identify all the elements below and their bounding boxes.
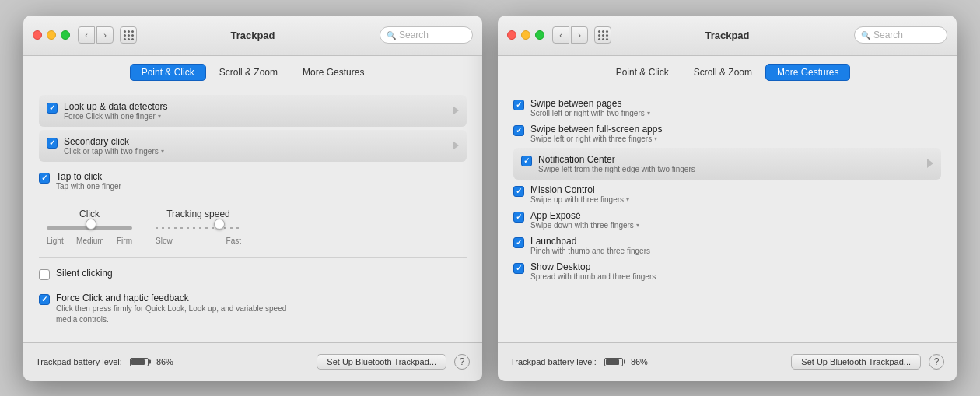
right-bt-button[interactable]: Set Up Bluetooth Trackpad... [791,354,921,370]
left-label-silent-clicking: Silent clicking [56,268,113,279]
right-setting-swipe-pages: Swipe between pages Scroll left or right… [513,95,941,121]
left-close-button[interactable] [33,30,42,40]
right-checkbox-mission-control[interactable] [513,186,524,197]
left-battery-fill [131,359,145,365]
left-setting-tap-to-click: Tap to click Tap with one finger [39,165,467,197]
left-search-placeholder: Search [399,30,429,40]
left-battery-percent: 86% [156,357,173,366]
right-setting-mission-control: Mission Control Swipe up with three fing… [513,181,941,207]
left-help-button[interactable]: ? [454,354,470,370]
left-tracking-slider-group: Tracking speed Slow Fast [156,209,241,245]
left-forward-button[interactable]: › [96,26,114,44]
right-search-icon: 🔍 [861,31,870,40]
right-battery-percent: 86% [631,357,648,366]
left-battery-label: Trackpad battery level: [36,357,122,366]
right-setting-swipe-fullscreen: Swipe between full-screen apps Swipe lef… [513,121,941,146]
right-label-app-expose: App Exposé [530,210,639,221]
left-tab-point-click[interactable]: Point & Click [130,64,206,81]
right-sub-show-desktop: Spread with thumb and three fingers [530,272,656,281]
left-search-box[interactable]: 🔍 Search [380,26,473,44]
right-checkbox-swipe-fullscreen[interactable] [513,125,524,136]
left-bottombar: Trackpad battery level: 86% Set Up Bluet… [23,342,482,381]
right-tabbar: Point & Click Scroll & Zoom More Gesture… [498,56,957,87]
left-setting-force-click: Force Click and haptic feedback Click th… [39,286,467,331]
right-search-box[interactable]: 🔍 Search [854,26,947,44]
left-checkbox-secondary-click[interactable] [47,138,58,149]
right-checkbox-app-expose[interactable] [513,212,524,223]
right-tab-more-gestures[interactable]: More Gestures [765,64,850,81]
left-dropdown-look-up[interactable]: ▾ [158,113,161,120]
left-tracking-thumb[interactable] [214,219,225,230]
right-back-button[interactable]: ‹ [552,26,569,44]
right-setting-notification: Notification Center Swipe left from the … [513,148,941,180]
left-checkbox-tap-to-click[interactable] [39,173,50,184]
right-sub-mission-control: Swipe up with three fingers ▾ [530,195,629,204]
right-traffic-lights [507,30,544,40]
right-sub-notification: Swipe left from the right edge with two … [538,165,695,173]
right-dropdown-swipe-fullscreen[interactable]: ▾ [654,135,657,142]
right-battery-fill [606,359,619,365]
right-checkbox-swipe-pages[interactable] [513,100,524,110]
right-maximize-button[interactable] [535,30,544,40]
right-sub-swipe-pages: Scroll left or right with two fingers ▾ [530,109,650,117]
right-window: ‹ › Trackpad 🔍 Search Point & Click Scro… [498,16,957,381]
left-tab-scroll-zoom[interactable]: Scroll & Zoom [208,64,289,81]
left-label-secondary-click: Secondary click [64,136,164,147]
right-dropdown-app-expose[interactable]: ▾ [636,222,639,229]
left-click-slider[interactable] [47,223,132,233]
left-checkbox-force-click[interactable] [39,294,50,305]
right-tab-point-click[interactable]: Point & Click [604,64,681,81]
right-battery-body [604,358,623,366]
right-battery-label: Trackpad battery level: [510,357,597,366]
right-checkbox-notification[interactable] [521,156,532,166]
left-traffic-lights [33,30,70,40]
left-tracking-slider-label: Tracking speed [166,209,230,219]
left-setting-look-up: Look up & data detectors Force Click wit… [39,95,467,127]
left-bt-button[interactable]: Set Up Bluetooth Trackpad... [317,354,446,370]
left-checkbox-look-up[interactable] [47,103,58,114]
left-sub-look-up: Force Click with one finger ▾ [64,112,167,121]
right-sub-app-expose: Swipe down with three fingers ▾ [530,221,639,230]
right-grid-button[interactable] [594,26,611,44]
left-battery-body [130,358,149,366]
left-click-slider-label: Click [79,209,100,219]
right-tab-scroll-zoom[interactable]: Scroll & Zoom [682,64,764,81]
right-sub-launchpad: Pinch with thumb and three fingers [530,247,650,255]
left-tracking-slider-labels: Slow Fast [156,237,241,245]
left-window: ‹ › Trackpad 🔍 Search Point & Click Scro… [23,16,482,381]
right-help-button[interactable]: ? [929,354,944,370]
left-tabbar: Point & Click Scroll & Zoom More Gesture… [23,56,482,87]
right-dropdown-mission-control[interactable]: ▾ [626,196,629,203]
right-titlebar: ‹ › Trackpad 🔍 Search [498,16,957,56]
right-label-notification: Notification Center [538,154,695,165]
left-sub-force-click: Click then press firmly for Quick Look, … [56,303,289,325]
right-nav-buttons: ‹ › [552,26,588,44]
left-label-look-up: Look up & data detectors [64,101,167,112]
right-forward-button[interactable]: › [571,26,588,44]
left-checkbox-silent-clicking[interactable] [39,269,50,280]
right-minimize-button[interactable] [521,30,530,40]
right-setting-show-desktop: Show Desktop Spread with thumb and three… [513,258,941,284]
right-close-button[interactable] [507,30,516,40]
right-window-title: Trackpad [705,30,749,41]
left-tab-more-gestures[interactable]: More Gestures [291,64,376,81]
left-nav-buttons: ‹ › [78,26,114,44]
right-search-placeholder: Search [873,30,903,40]
left-back-button[interactable]: ‹ [78,26,95,44]
right-setting-launchpad: Launchpad Pinch with thumb and three fin… [513,233,941,258]
right-checkbox-show-desktop[interactable] [513,263,524,274]
right-dropdown-swipe-pages[interactable]: ▾ [647,110,650,117]
left-titlebar: ‹ › Trackpad 🔍 Search [23,16,482,56]
left-maximize-button[interactable] [61,30,70,40]
left-click-thumb[interactable] [86,219,96,230]
right-label-launchpad: Launchpad [530,236,650,247]
right-sub-swipe-fullscreen: Swipe left or right with three fingers ▾ [530,135,662,143]
right-checkbox-launchpad[interactable] [513,237,524,248]
left-tracking-slider[interactable] [156,223,241,233]
left-sub-tap-to-click: Tap with one finger [56,182,121,191]
left-minimize-button[interactable] [47,30,56,40]
left-grid-button[interactable] [120,26,137,44]
right-label-swipe-pages: Swipe between pages [530,98,650,109]
right-label-mission-control: Mission Control [530,184,629,195]
left-dropdown-secondary-click[interactable]: ▾ [161,148,164,155]
